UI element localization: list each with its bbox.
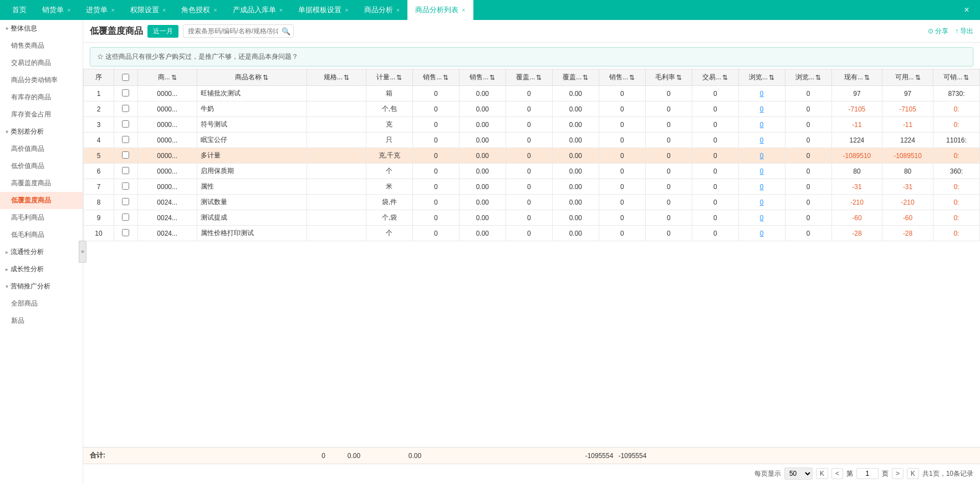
table-wrapper[interactable]: 序 商...⇅ 商品名称⇅ 规 <box>83 69 980 447</box>
row-checkbox[interactable] <box>122 105 129 112</box>
page-size-select[interactable]: 50 100 200 <box>784 467 813 480</box>
table-row[interactable]: 6 0000... 启用保质期 个 0 0.00 0 0.00 0 0 0 0 … <box>84 164 980 179</box>
cell-browse1[interactable]: 0 <box>738 101 785 117</box>
sidebar-item-stock-capital[interactable]: 库存资金占用 <box>0 106 83 123</box>
cell-browse1[interactable]: 0 <box>738 133 785 148</box>
sidebar-item-low-value[interactable]: 低价值商品 <box>0 157 83 175</box>
col-header-name[interactable]: 商品名称⇅ <box>197 69 307 86</box>
col-header-browse2[interactable]: 浏览...⇅ <box>785 69 831 86</box>
cell-check[interactable] <box>114 86 137 101</box>
table-row[interactable]: 8 0024... 测试数量 袋,件 0 0.00 0 0.00 0 0 0 0… <box>84 195 980 210</box>
nav-template-settings[interactable]: 单据模板设置 × <box>290 0 356 20</box>
sidebar-item-traded-goods[interactable]: 交易过的商品 <box>0 54 83 72</box>
row-checkbox[interactable] <box>122 182 129 190</box>
nav-role-auth[interactable]: 角色授权 × <box>173 0 224 20</box>
cell-check[interactable] <box>114 117 137 133</box>
table-row[interactable]: 1 0000... 旺辅批次测试 箱 0 0.00 0 0.00 0 0 0 0… <box>84 86 980 101</box>
nav-finished-goods-close[interactable]: × <box>279 7 283 13</box>
nav-home[interactable]: 首页 <box>4 0 34 20</box>
col-header-sale-qty[interactable]: 销售...⇅ <box>412 69 459 86</box>
sidebar-collapse-button[interactable]: « <box>79 241 86 263</box>
select-all-checkbox[interactable] <box>122 74 129 81</box>
cell-check[interactable] <box>114 210 137 226</box>
row-checkbox[interactable] <box>122 89 129 96</box>
col-header-browse1[interactable]: 浏览...⇅ <box>738 69 785 86</box>
nav-sales-order-close[interactable]: × <box>67 7 70 13</box>
row-checkbox[interactable] <box>122 167 129 174</box>
sidebar-item-new-goods[interactable]: 新品 <box>0 312 83 329</box>
cell-check[interactable] <box>114 195 137 210</box>
cell-check[interactable] <box>114 179 137 195</box>
nav-goods-analysis-close[interactable]: × <box>396 7 400 13</box>
nav-permissions[interactable]: 权限设置 × <box>122 0 173 20</box>
col-header-code[interactable]: 商...⇅ <box>137 69 197 86</box>
nav-purchase-order-close[interactable]: × <box>111 7 114 13</box>
sidebar-item-all-goods[interactable]: 全部商品 <box>0 295 83 312</box>
cell-browse1[interactable]: 0 <box>738 148 785 164</box>
cell-check[interactable] <box>114 101 137 117</box>
col-header-curr[interactable]: 现有...⇅ <box>831 69 882 86</box>
table-row[interactable]: 3 0000... 符号测试 克 0 0.00 0 0.00 0 0 0 0 0… <box>84 117 980 133</box>
window-close-button[interactable]: × <box>958 1 976 19</box>
cell-browse1[interactable]: 0 <box>738 164 785 179</box>
table-row[interactable]: 9 0024... 测试提成 个,袋 0 0.00 0 0.00 0 0 0 0… <box>84 210 980 226</box>
sidebar-group-overall[interactable]: ▾ 整体信息 <box>0 20 83 37</box>
sidebar-item-sales-goods[interactable]: 销售类商品 <box>0 37 83 54</box>
table-row[interactable]: 7 0000... 属性 米 0 0.00 0 0.00 0 0 0 0 0 -… <box>84 179 980 195</box>
col-header-avail[interactable]: 可用...⇅ <box>882 69 933 86</box>
cell-check[interactable] <box>114 148 137 164</box>
col-header-cov-rate[interactable]: 覆盖...⇅ <box>552 69 599 86</box>
cell-check[interactable] <box>114 164 137 179</box>
sidebar-item-category-activity[interactable]: 商品分类动销率 <box>0 72 83 89</box>
sidebar-item-in-stock[interactable]: 有库存的商品 <box>0 89 83 106</box>
table-row[interactable]: 10 0024... 属性价格打印测试 个 0 0.00 0 0.00 0 0 … <box>84 226 980 241</box>
table-row[interactable]: 2 0000... 牛奶 个,包 0 0.00 0 0.00 0 0 0 0 0… <box>84 101 980 117</box>
nav-template-settings-close[interactable]: × <box>345 7 348 13</box>
row-checkbox[interactable] <box>122 198 129 205</box>
sidebar-group-liquidity[interactable]: ▸ 流通性分析 <box>0 243 83 261</box>
next-page-button[interactable]: > <box>892 468 904 479</box>
cell-browse1[interactable]: 0 <box>738 210 785 226</box>
col-header-unit[interactable]: 计量...⇅ <box>366 69 412 86</box>
search-input[interactable] <box>183 24 294 38</box>
period-button[interactable]: 近一月 <box>147 25 178 38</box>
table-row[interactable]: 4 0000... 眠宝公仔 只 0 0.00 0 0.00 0 0 0 0 0… <box>84 133 980 148</box>
nav-role-auth-close[interactable]: × <box>213 7 217 13</box>
sidebar-item-low-coverage[interactable]: 低覆盖度商品 <box>0 192 83 209</box>
first-page-button[interactable]: K <box>816 468 828 479</box>
nav-sales-order[interactable]: 销货单 × <box>34 0 78 20</box>
row-checkbox[interactable] <box>122 229 129 236</box>
col-header-cov-cnt[interactable]: 覆盖...⇅ <box>506 69 552 86</box>
row-checkbox[interactable] <box>122 151 129 159</box>
table-row[interactable]: 5 0000... 多计量 克,千克 0 0.00 0 0.00 0 0 0 0… <box>84 148 980 164</box>
col-header-sale-cnt[interactable]: 销售...⇅ <box>599 69 645 86</box>
row-checkbox[interactable] <box>122 213 129 221</box>
nav-permissions-close[interactable]: × <box>162 7 166 13</box>
cell-browse1[interactable]: 0 <box>738 117 785 133</box>
nav-finished-goods[interactable]: 产成品入库单 × <box>225 0 290 20</box>
cell-check[interactable] <box>114 226 137 241</box>
cell-browse1[interactable]: 0 <box>738 86 785 101</box>
row-checkbox[interactable] <box>122 120 129 128</box>
col-header-sellable[interactable]: 可销...⇅ <box>933 69 979 86</box>
col-header-margin[interactable]: 毛利率⇅ <box>645 69 692 86</box>
sidebar-group-category[interactable]: ▾ 类别差分析 <box>0 123 83 140</box>
cell-browse1[interactable]: 0 <box>738 179 785 195</box>
col-header-check[interactable] <box>114 69 137 86</box>
col-header-sale-amt[interactable]: 销售...⇅ <box>459 69 506 86</box>
page-number-input[interactable] <box>856 468 879 479</box>
share-button[interactable]: ⊙ 分享 <box>928 27 948 36</box>
last-page-button[interactable]: K <box>907 468 919 479</box>
nav-goods-analysis-list-close[interactable]: × <box>462 7 465 13</box>
sidebar-item-low-margin[interactable]: 低毛利商品 <box>0 226 83 243</box>
nav-purchase-order[interactable]: 进货单 × <box>78 0 122 20</box>
sidebar-group-marketing[interactable]: ▾ 营销推广分析 <box>0 278 83 295</box>
sidebar-item-high-value[interactable]: 高价值商品 <box>0 140 83 157</box>
row-checkbox[interactable] <box>122 136 129 143</box>
sidebar-group-growth[interactable]: ▸ 成长性分析 <box>0 261 83 278</box>
prev-page-button[interactable]: < <box>831 468 843 479</box>
col-header-spec[interactable]: 规格...⇅ <box>307 69 366 86</box>
nav-goods-analysis[interactable]: 商品分析 × <box>356 0 407 20</box>
sidebar-item-high-margin[interactable]: 高毛利商品 <box>0 209 83 226</box>
nav-goods-analysis-list[interactable]: 商品分析列表 × <box>407 0 473 20</box>
